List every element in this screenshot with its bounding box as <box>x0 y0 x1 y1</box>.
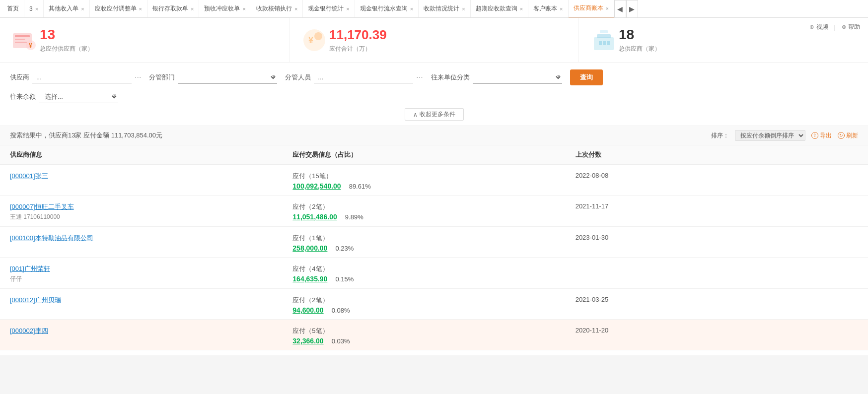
total-suppliers-value: 18 <box>619 27 660 43</box>
filter-row-2: 往来余额 选择... <box>10 90 858 103</box>
payable-amount-label: 应付合计（万） <box>329 45 387 53</box>
balance-select-wrap: 选择... <box>39 90 118 103</box>
summary-payable-amount: ¥ 11,170.39 应付合计（万） <box>289 18 579 62</box>
supplier-dots-icon[interactable]: ··· <box>135 73 141 82</box>
last-pay-date: 2021-03-25 <box>576 296 858 303</box>
help-link[interactable]: ⊙ 帮助 <box>842 23 860 31</box>
top-right-links: ⊙ 视频 | ⊙ 帮助 <box>809 23 860 31</box>
nav-tab-home[interactable]: 首页 <box>2 0 24 18</box>
payable-amount-row: 100,092,540.0089.61% <box>292 181 575 190</box>
close-icon[interactable]: × <box>462 6 465 12</box>
nav-tab-prepay[interactable]: 预收冲应收单 × <box>199 0 251 18</box>
table-row-inner: [000007]恒旺二手叉车王通 17106110000应付（2笔）11,051… <box>0 196 868 226</box>
svg-point-8 <box>314 32 322 40</box>
results-actions: 排序： 按应付余额倒序排序 ⇧ 导出 ↻ 刷新 <box>711 130 858 141</box>
payable-pct: 0.03% <box>332 337 350 345</box>
nav-tab-customer-ledger[interactable]: 客户账本 × <box>528 0 568 18</box>
nav-tab-overdue[interactable]: 超期应收款查询 × <box>471 0 528 18</box>
payable-col: 应付（4笔）164,635.900.15% <box>292 264 575 283</box>
filter-dept: 分管部门 <box>149 71 277 84</box>
payable-col: 应付（2笔）94,600.000.08% <box>292 296 575 314</box>
svg-rect-14 <box>600 30 608 33</box>
close-icon[interactable]: × <box>242 6 245 12</box>
nav-tab-bank[interactable]: 银行存取款单 × <box>147 0 199 18</box>
svg-rect-1 <box>15 35 30 37</box>
query-button[interactable]: 查询 <box>570 69 603 85</box>
person-label: 分管人员 <box>285 73 311 82</box>
refresh-icon: ↻ <box>838 132 845 139</box>
supplier-label: 供应商 <box>10 73 29 82</box>
person-dots-icon[interactable]: ··· <box>416 73 423 82</box>
svg-rect-3 <box>15 42 27 43</box>
supplier-name-link[interactable]: [000001]张三 <box>10 172 292 181</box>
collapse-button[interactable]: ∧ 收起更多条件 <box>405 108 464 121</box>
table-row-inner: [000002]李四应付（5笔）32,366.000.03%2020-11-20 <box>0 320 868 350</box>
filter-person: 分管人员 ··· <box>285 71 423 83</box>
close-icon[interactable]: × <box>346 6 349 12</box>
collapse-bar: ∧ 收起更多条件 <box>10 108 858 121</box>
nav-tab-cash-flow[interactable]: 现金银行流水查询 × <box>355 0 419 18</box>
col-header-payable: 应付交易信息（占比） <box>292 150 575 159</box>
supplier-name-link[interactable]: [000100]本特勒油品有限公司 <box>10 234 292 243</box>
close-icon[interactable]: × <box>139 6 142 12</box>
payable-amount[interactable]: 94,600.00 <box>292 306 323 314</box>
supplier-name-link[interactable]: [000002]李四 <box>10 327 292 335</box>
close-icon[interactable]: × <box>294 6 297 12</box>
payable-amount-icon: ¥ <box>299 25 329 55</box>
table-row-inner: [000001]张三应付（15笔）100,092,540.0089.61%202… <box>0 165 868 195</box>
filter-area: 供应商 ··· 分管部门 分管人员 ··· 往来单位分类 <box>0 63 868 126</box>
payable-label: 应付（4笔） <box>292 264 575 273</box>
payable-amount-row: 11,051,486.009.89% <box>292 211 575 221</box>
filter-row-1: 供应商 ··· 分管部门 分管人员 ··· 往来单位分类 <box>10 69 858 85</box>
last-pay-col: 2020-11-20 <box>576 327 858 334</box>
nav-tab-other-income[interactable]: 其他收入单 × <box>44 0 89 18</box>
close-icon[interactable]: × <box>560 6 563 12</box>
close-icon[interactable]: × <box>35 6 38 12</box>
sort-label: 排序： <box>711 131 729 140</box>
export-button[interactable]: ⇧ 导出 <box>811 131 832 140</box>
table-row: [000007]恒旺二手叉车王通 17106110000应付（2笔）11,051… <box>0 196 868 227</box>
supplier-input[interactable] <box>32 71 132 83</box>
summary-total-suppliers: 18 总供应商（家） ⊙ 视频 | ⊙ 帮助 <box>579 18 868 62</box>
payable-amount[interactable]: 100,092,540.00 <box>292 182 341 190</box>
last-pay-col: 2023-01-30 <box>576 234 858 241</box>
nav-tab-collection-stats[interactable]: 收款情况统计 × <box>419 0 470 18</box>
close-icon[interactable]: × <box>81 6 84 12</box>
supplier-name-link[interactable]: [000012]广州贝瑞 <box>10 296 292 305</box>
close-icon[interactable]: × <box>191 6 194 12</box>
video-link[interactable]: ⊙ 视频 <box>809 23 828 31</box>
supplier-col: [000001]张三 <box>10 172 292 181</box>
payable-pct: 0.23% <box>335 245 354 252</box>
payable-amount[interactable]: 258,000.00 <box>292 244 327 252</box>
refresh-button[interactable]: ↻ 刷新 <box>838 131 858 140</box>
payable-col: 应付（15笔）100,092,540.0089.61% <box>292 172 575 190</box>
balance-select[interactable]: 选择... <box>39 90 118 103</box>
nav-prev-arrow[interactable]: ◀ <box>614 0 626 18</box>
nav-tab-adjustment[interactable]: 应收应付调整单 × <box>90 0 147 18</box>
supplier-name-link[interactable]: [000007]恒旺二手叉车 <box>10 202 292 211</box>
sort-select[interactable]: 按应付余额倒序排序 <box>735 130 805 141</box>
summary-total-suppliers-text: 18 总供应商（家） <box>619 27 660 53</box>
payable-amount[interactable]: 164,635.90 <box>292 275 327 283</box>
svg-rect-12 <box>603 41 606 45</box>
nav-tab-3[interactable]: 3 × <box>24 0 44 18</box>
close-icon[interactable]: × <box>410 6 413 12</box>
supplier-sub: 王通 17106110000 <box>10 213 292 221</box>
dept-select-wrap <box>178 71 277 84</box>
nav-tab-cash-stats[interactable]: 现金银行统计 × <box>303 0 355 18</box>
dept-select[interactable] <box>178 71 277 84</box>
last-pay-date: 2020-11-20 <box>576 327 858 334</box>
supplier-name-link[interactable]: [001]广州荣轩 <box>10 264 292 273</box>
close-icon[interactable]: × <box>520 6 523 12</box>
category-select[interactable] <box>473 71 562 84</box>
close-icon[interactable]: × <box>606 5 609 11</box>
nav-next-arrow[interactable]: ▶ <box>626 0 638 18</box>
nav-tab-supplier-ledger[interactable]: 供应商账本 × <box>569 0 614 18</box>
person-input[interactable] <box>314 71 413 83</box>
last-pay-date: 2023-01-30 <box>576 234 858 241</box>
nav-tab-collection[interactable]: 收款核销执行 × <box>251 0 303 18</box>
payable-pct: 0.15% <box>335 275 354 283</box>
payable-amount[interactable]: 32,366.00 <box>292 337 323 345</box>
payable-amount[interactable]: 11,051,486.00 <box>292 213 337 221</box>
summary-payable-suppliers: ¥ 13 总应付供应商（家） <box>0 18 289 62</box>
